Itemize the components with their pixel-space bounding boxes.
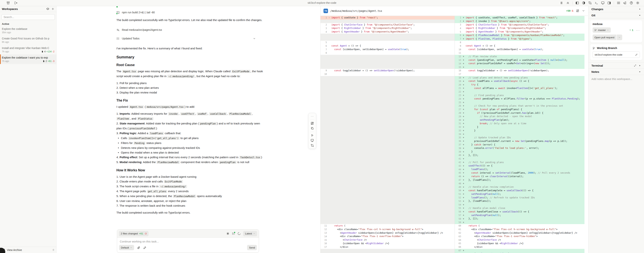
workspace-item-selected[interactable]: Explore the codebase I want you to exp 7… <box>0 54 56 64</box>
list-item: 7. The response is written back and the … <box>116 203 263 208</box>
copy-icon[interactable] <box>310 127 314 130</box>
inline-code: PlanItem <box>116 117 130 120</box>
divider <box>310 120 314 120</box>
tool-call-bash[interactable]: npm run build 2>&1 | tail -80 <box>116 10 263 15</box>
branch-dropdown[interactable]: master <box>592 28 611 33</box>
list-item: 4. The Agent page polls get_all_plans ev… <box>116 189 263 194</box>
chevron-down-icon <box>607 29 609 31</box>
file-icon <box>41 50 44 53</box>
diff-view-icon[interactable] <box>310 122 314 125</box>
todos-icon <box>116 37 120 40</box>
diff-row: 14+ const previousPlanIdsRef = useRef<Se… <box>320 62 584 65</box>
diff-row: 24+ const pendingPlans = allPlans.filter… <box>320 97 584 100</box>
git-compare-icon[interactable] <box>310 144 314 147</box>
section-notes[interactable]: Notes <box>588 69 644 75</box>
diff-row: 14 <div className="flex flex-1 overflow-… <box>320 234 584 238</box>
expand-icon[interactable] <box>634 64 636 67</box>
chevron-down-icon[interactable] <box>253 37 256 40</box>
divider <box>614 2 614 4</box>
theme-contrast-icon[interactable] <box>582 1 586 5</box>
inline-code: loadPlans <box>149 132 164 135</box>
diff-row: 2import { ChatInterface } from "@/compon… <box>320 23 584 27</box>
pr-options-button[interactable] <box>617 34 622 40</box>
help-icon[interactable] <box>630 1 633 5</box>
chevrons-up-icon[interactable] <box>566 1 570 5</box>
send-button[interactable]: Send <box>247 245 257 250</box>
tool-call-read[interactable]: Read medusa/src/pages/Agent.tsx <box>116 28 263 32</box>
collapse-diff-icon[interactable] <box>582 9 585 12</box>
preview-icon[interactable] <box>310 139 314 142</box>
workspace-item[interactable]: Create Good First Issues on Github So p … <box>0 35 56 45</box>
announcements-icon[interactable] <box>623 1 627 5</box>
attach-icon[interactable] <box>137 246 140 249</box>
diff-rows[interactable]: 1-import { useState } from "react";1+imp… <box>320 16 584 253</box>
notes-placeholder[interactable]: Add notes about this workspace... <box>588 75 644 83</box>
edit-branch-icon[interactable] <box>635 53 638 56</box>
collapse-sidebar-icon[interactable] <box>14 1 18 5</box>
diff-row: 20+ try { <box>320 83 584 86</box>
diff-row: 13+ const [pendingPlan, setPendingPlan] … <box>320 58 584 62</box>
diff-row: 51+ setPendingPlan(null); <box>320 192 584 196</box>
inline-code: useCallback <box>209 112 227 116</box>
todos-status-icon[interactable] <box>232 232 235 235</box>
pause-icon[interactable] <box>560 1 563 5</box>
repo-name: medusa <box>592 22 640 26</box>
list-item: Calls invoke<PlanItem[]>('get_all_plans'… <box>116 136 263 140</box>
drag-handle-icon[interactable] <box>310 115 314 118</box>
section-changes[interactable]: Changes <box>588 6 644 12</box>
diff-row: 36+ previousPlanIdsRef.current = new Set… <box>320 140 584 143</box>
assistant-paragraph: The Agent.tsx page was missing all plan … <box>116 69 263 79</box>
read-file-icon <box>116 28 120 32</box>
message-input[interactable] <box>120 240 254 243</box>
diff-row: 53+ }, [loadPlans]); <box>320 199 584 203</box>
add-workspace-button[interactable] <box>51 7 54 10</box>
workspaces-sidebar: Workspaces Active Explore the codebase 3… <box>0 6 56 253</box>
title-bar: vk/3ccf-explore-the-code <box>0 0 644 6</box>
diff-row: 6+import { PlanReviewModal } from "@/com… <box>320 34 584 37</box>
assistant-paragraph: The build completed successfully with no… <box>116 210 263 215</box>
section-git[interactable]: Git <box>588 12 644 18</box>
inline-code: PlanReviewModal <box>173 195 196 198</box>
panel-right-icon[interactable] <box>608 1 611 5</box>
latest-dropdown[interactable]: Latest <box>243 231 257 236</box>
search-input[interactable] <box>2 14 55 20</box>
files-changed-chip[interactable]: 2 files changed +61 -3 <box>119 231 148 236</box>
inline-code: pendingPlan <box>199 122 217 125</box>
gear-icon[interactable] <box>636 1 640 5</box>
layers-icon[interactable] <box>46 7 50 10</box>
diff-row: 67+ <box>320 249 584 252</box>
chevron-down-icon <box>130 246 132 249</box>
chat-scroll-area[interactable]: npm run build 2>&1 | tail -80 The build … <box>116 6 263 228</box>
run-icon[interactable] <box>310 134 314 137</box>
git-compare-icon[interactable] <box>588 1 592 5</box>
assistant-paragraph: I updated Agent.tsx (medusa/src/pages/Ag… <box>116 104 263 109</box>
branch-icon <box>592 47 595 50</box>
model-dropdown[interactable]: Default <box>119 245 134 250</box>
view-archive-row[interactable]: View Archive 0 <box>0 246 56 253</box>
workspace-item[interactable]: Explore the codebase 35m ago <box>0 26 56 35</box>
pen-icon[interactable] <box>143 246 146 249</box>
open-pr-button[interactable]: Open pull request <box>592 34 616 40</box>
diff-row: 4import { AgentHeader } from "@/componen… <box>320 30 584 34</box>
archive-tray-icon[interactable] <box>6 1 10 5</box>
diff-row: 39+ } <box>320 150 584 154</box>
diff-row: 811 <box>320 51 584 55</box>
list-item: 2. Detect when a new plan arrives <box>116 86 263 90</box>
more-options-button[interactable]: ··· <box>636 28 640 32</box>
section-terminal[interactable]: Terminal <box>588 62 644 69</box>
panel-left-icon[interactable] <box>576 1 579 5</box>
monitor-icon[interactable] <box>601 1 604 5</box>
diff-header: TS /medusa/medusa/src/pages/Agent.tsx +5… <box>320 6 588 16</box>
inline-code: ~/.medusa/pending/ <box>167 75 195 78</box>
diff-row: 34+ <box>320 132 584 136</box>
diff-mode-icon[interactable] <box>576 9 579 12</box>
menu-icon[interactable] <box>617 1 620 5</box>
typescript-file-icon: TS <box>324 9 328 13</box>
diff-row: 6const Agent = () => {9const Agent = () … <box>320 44 584 48</box>
file-icon <box>42 60 45 62</box>
workspace-item[interactable]: Install and integrate Vibe Kanban Web C … <box>0 45 56 54</box>
tool-call-todos[interactable]: Updated Todos <box>116 36 263 41</box>
terminal-prompt-icon[interactable] <box>594 1 598 5</box>
sparkle-icon[interactable] <box>226 232 230 235</box>
working-branch-input[interactable]: vk/3ccf-explore-the-code <box>592 52 640 58</box>
